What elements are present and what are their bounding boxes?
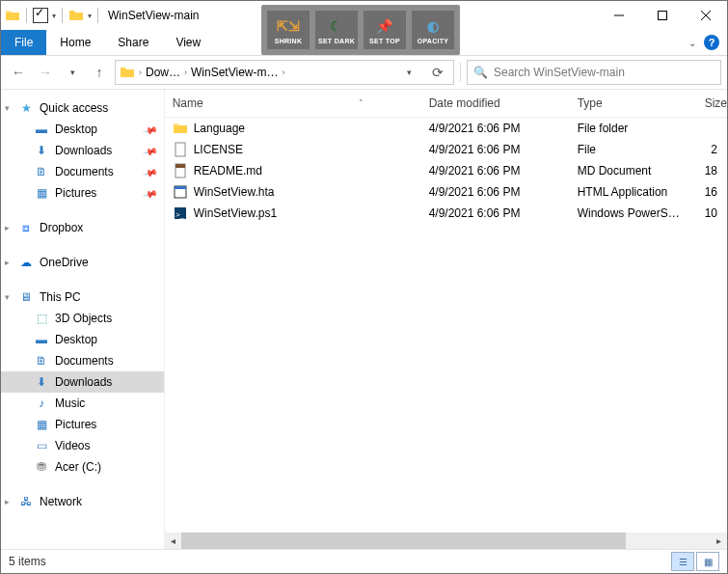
file-row[interactable]: WinSetView.hta4/9/2021 6:06 PMHTML Appli… xyxy=(165,181,727,203)
file-size: 2 xyxy=(697,143,727,156)
nav-pc-videos[interactable]: ▭Videos xyxy=(1,435,164,456)
nav-forward-button[interactable]: → xyxy=(34,61,57,84)
ribbon-right: ⌄ ? xyxy=(688,30,727,55)
minimize-button[interactable] xyxy=(597,1,640,30)
col-type[interactable]: Type xyxy=(570,96,697,110)
file-name: LICENSE xyxy=(194,143,243,156)
nav-qa-desktop[interactable]: ▬ Desktop 📌 xyxy=(1,119,164,140)
file-icon xyxy=(173,142,188,157)
chevron-right-icon[interactable]: › xyxy=(137,68,144,77)
nav-qa-pictures[interactable]: ▦ Pictures 📌 xyxy=(1,182,164,204)
address-history-dropdown[interactable]: ▾ xyxy=(397,61,420,84)
svg-text:>_: >_ xyxy=(175,210,185,219)
chevron-down-icon[interactable]: ▾ xyxy=(5,292,10,302)
chevron-right-icon[interactable]: ▸ xyxy=(5,223,10,232)
file-date: 4/9/2021 6:06 PM xyxy=(421,206,570,220)
file-row[interactable]: Language4/9/2021 6:06 PMFile folder xyxy=(165,118,727,139)
nav-qa-documents[interactable]: 🗎 Documents 📌 xyxy=(1,161,164,182)
nav-qa-downloads[interactable]: ⬇ Downloads 📌 xyxy=(1,140,164,161)
scroll-left-icon[interactable]: ◂ xyxy=(165,533,181,549)
nav-this-pc[interactable]: ▾ 🖥 This PC xyxy=(1,287,164,308)
chevron-right-icon-3[interactable]: › xyxy=(280,68,286,77)
file-name-cell: WinSetView.hta xyxy=(165,184,421,200)
file-date: 4/9/2021 6:06 PM xyxy=(421,143,570,156)
nav-up-button[interactable]: ↑ xyxy=(88,61,111,84)
qat-context-dropdown-icon[interactable]: ▾ xyxy=(88,12,92,20)
search-placeholder: Search WinSetView-main xyxy=(494,66,625,79)
file-date: 4/9/2021 6:06 PM xyxy=(421,164,570,178)
window-title: WinSetView-main xyxy=(108,9,199,22)
nav-pc-documents[interactable]: 🗎Documents xyxy=(1,350,164,371)
icons-view-button[interactable]: ▦ xyxy=(696,552,719,571)
scroll-thumb[interactable] xyxy=(181,533,626,549)
file-row[interactable]: README.md4/9/2021 6:06 PMMD Document18 xyxy=(165,160,727,181)
ribbon-tabs: File Home Share View ⌄ ? xyxy=(1,30,727,56)
hta-icon xyxy=(173,184,188,200)
nav-onedrive[interactable]: ▸ ☁ OneDrive xyxy=(1,252,164,273)
nav-pc-pictures[interactable]: ▦Pictures xyxy=(1,414,164,435)
close-icon xyxy=(701,11,711,20)
status-text: 5 items xyxy=(9,555,46,568)
search-icon: 🔍 xyxy=(473,66,488,79)
nav-pc-music[interactable]: ♪Music xyxy=(1,393,164,414)
documents-icon: 🗎 xyxy=(34,353,49,369)
nav-network[interactable]: ▸ 🖧 Network xyxy=(1,491,164,512)
column-headers: Name ˄ Date modified Type Size xyxy=(165,90,727,118)
qat-dropdown-icon[interactable]: ▾ xyxy=(52,12,56,20)
qat-separator-2 xyxy=(62,8,63,23)
address-bar[interactable]: › Dow… › WinSetView-m… › ▾ ⟳ xyxy=(115,60,454,85)
desktop-icon: ▬ xyxy=(34,122,49,137)
search-box[interactable]: 🔍 Search WinSetView-main xyxy=(467,60,721,85)
col-name[interactable]: Name ˄ xyxy=(165,96,421,110)
window-controls xyxy=(597,1,727,30)
help-icon[interactable]: ? xyxy=(704,35,719,50)
body: ▾ ★ Quick access ▬ Desktop 📌 ⬇ Downloads… xyxy=(1,90,727,549)
svg-rect-5 xyxy=(175,186,186,189)
details-view-button[interactable]: ☰ xyxy=(671,552,694,571)
nav-pc-3d[interactable]: ⬚3D Objects xyxy=(1,308,164,329)
chevron-right-icon[interactable]: ▸ xyxy=(5,258,10,267)
nav-history-dropdown[interactable]: ▾ xyxy=(61,61,84,84)
file-row[interactable]: >_WinSetView.ps14/9/2021 6:06 PMWindows … xyxy=(165,203,727,224)
nav-dropbox[interactable]: ▸ ⧈ Dropbox xyxy=(1,217,164,238)
nav-pc-desktop[interactable]: ▬Desktop xyxy=(1,329,164,350)
breadcrumb-2[interactable]: WinSetView-m… xyxy=(191,66,278,79)
file-size: 16 xyxy=(697,185,727,199)
tab-home[interactable]: Home xyxy=(46,30,104,55)
address-actions: ▾ ⟳ xyxy=(397,61,449,84)
file-name-cell: >_WinSetView.ps1 xyxy=(165,205,421,221)
file-name: README.md xyxy=(194,164,262,178)
nav-back-button[interactable]: ← xyxy=(7,61,30,84)
chevron-right-icon-2[interactable]: › xyxy=(182,68,189,77)
qat-checkbox-icon[interactable] xyxy=(33,8,48,23)
md-icon xyxy=(173,163,188,178)
file-name-cell: Language xyxy=(165,121,421,136)
nav-quick-access[interactable]: ▾ ★ Quick access xyxy=(1,97,164,119)
col-date[interactable]: Date modified xyxy=(421,96,570,110)
tab-view[interactable]: View xyxy=(162,30,214,55)
refresh-button[interactable]: ⟳ xyxy=(426,61,449,84)
scroll-track[interactable] xyxy=(181,533,711,549)
ribbon-expand-icon[interactable]: ⌄ xyxy=(688,38,696,48)
file-row[interactable]: LICENSE4/9/2021 6:06 PMFile2 xyxy=(165,139,727,160)
tab-share[interactable]: Share xyxy=(104,30,162,55)
chevron-right-icon[interactable]: ▸ xyxy=(5,497,10,506)
breadcrumb-1[interactable]: Dow… xyxy=(146,66,180,79)
np-network: ▸ 🖧 Network xyxy=(1,491,164,512)
close-button[interactable] xyxy=(684,1,727,30)
nav-pc-drive-c[interactable]: ⛃Acer (C:) xyxy=(1,456,164,478)
downloads-icon: ⬇ xyxy=(34,374,49,390)
chevron-down-icon[interactable]: ▾ xyxy=(5,103,10,113)
maximize-button[interactable] xyxy=(640,1,684,30)
nav-pc-downloads[interactable]: ⬇Downloads xyxy=(1,371,164,393)
horizontal-scrollbar[interactable]: ◂ ▸ xyxy=(165,533,727,549)
file-date: 4/9/2021 6:06 PM xyxy=(421,122,570,135)
pc-icon: 🖥 xyxy=(18,289,34,305)
file-rows: Language4/9/2021 6:06 PMFile folderLICEN… xyxy=(165,118,727,533)
qat-separator-3 xyxy=(97,8,98,23)
3d-icon: ⬚ xyxy=(34,311,49,326)
col-size[interactable]: Size xyxy=(697,96,727,110)
tab-file[interactable]: File xyxy=(1,30,46,55)
sort-asc-icon: ˄ xyxy=(359,98,364,108)
scroll-right-icon[interactable]: ▸ xyxy=(711,533,727,549)
